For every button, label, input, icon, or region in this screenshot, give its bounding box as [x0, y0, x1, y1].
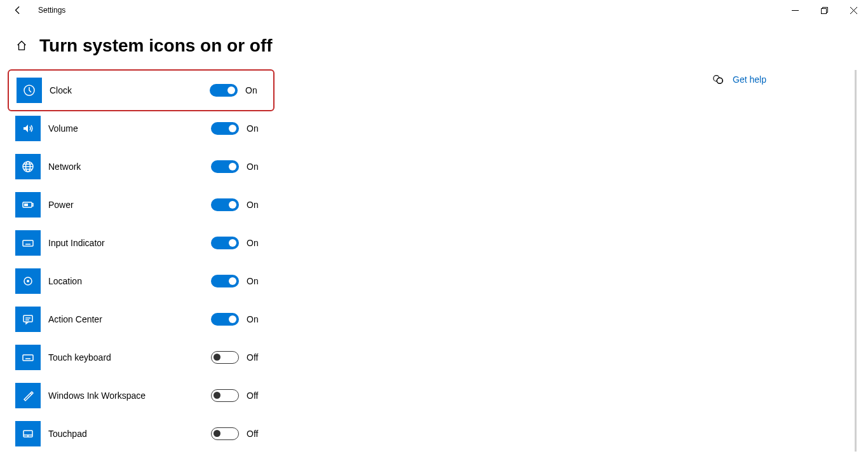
system-icon-label: Clock — [50, 85, 210, 95]
system-icon-label: Network — [48, 162, 211, 172]
system-icon-label: Input Indicator — [48, 238, 211, 248]
toggle-wrap: On — [210, 84, 273, 97]
titlebar: Settings — [0, 0, 868, 20]
location-icon — [15, 268, 41, 294]
system-icon-row: Windows Ink WorkspaceOff — [8, 377, 275, 415]
system-icon-label: Touchpad — [48, 429, 211, 439]
system-icon-label: Action Center — [48, 314, 211, 324]
svg-rect-0 — [821, 8, 826, 13]
system-icon-row: LocationOn — [8, 262, 275, 300]
toggle-switch[interactable] — [211, 313, 239, 326]
toggle-state-label: On — [247, 123, 259, 134]
toggle-state-label: On — [245, 85, 257, 95]
close-icon — [850, 7, 857, 14]
toggle-switch[interactable] — [211, 427, 239, 440]
system-icon-row: TouchpadOff — [8, 415, 275, 453]
toggle-state-label: On — [247, 314, 259, 324]
home-icon — [16, 40, 27, 52]
toggle-switch[interactable] — [210, 84, 238, 97]
toggle-wrap: On — [211, 275, 275, 287]
svg-rect-6 — [23, 240, 33, 246]
toggle-switch[interactable] — [211, 160, 239, 173]
system-icon-row: ClockOn — [8, 69, 275, 111]
toggle-state-label: On — [247, 276, 259, 286]
system-icon-row: Touch keyboardOff — [8, 338, 275, 377]
titlebar-title: Settings — [38, 6, 65, 15]
system-icon-row: NetworkOn — [8, 148, 275, 186]
toggle-wrap: Off — [211, 351, 275, 364]
toggle-state-label: Off — [247, 390, 258, 401]
svg-rect-9 — [24, 315, 32, 322]
help-icon — [712, 74, 724, 85]
ink-icon — [15, 383, 41, 408]
home-button[interactable] — [15, 39, 28, 52]
toggle-wrap: On — [211, 198, 275, 211]
toggle-wrap: On — [211, 237, 275, 249]
svg-point-8 — [27, 280, 29, 282]
power-icon — [15, 192, 41, 218]
action-center-icon — [15, 307, 41, 332]
maximize-button[interactable] — [810, 0, 839, 20]
svg-rect-10 — [23, 355, 33, 361]
toggle-wrap: Off — [211, 389, 275, 402]
toggle-switch[interactable] — [211, 237, 239, 249]
page-header: Turn system icons on or off — [15, 36, 868, 56]
toggle-state-label: On — [247, 238, 259, 248]
toggle-wrap: On — [211, 122, 275, 135]
toggle-switch[interactable] — [211, 198, 239, 211]
system-icon-label: Location — [48, 276, 211, 286]
toggle-switch[interactable] — [211, 275, 239, 287]
minimize-icon — [792, 7, 799, 14]
window-controls — [780, 0, 868, 20]
system-icon-label: Volume — [48, 123, 211, 134]
get-help-link[interactable]: Get help — [733, 74, 766, 85]
svg-rect-5 — [24, 204, 28, 206]
toggle-state-label: On — [247, 200, 259, 210]
toggle-wrap: Off — [211, 427, 275, 440]
keyboard-icon — [15, 230, 41, 256]
toggle-state-label: On — [247, 162, 259, 172]
toggle-wrap: On — [211, 313, 275, 326]
toggle-switch[interactable] — [211, 351, 239, 364]
touchpad-icon — [15, 421, 41, 446]
minimize-button[interactable] — [780, 0, 810, 20]
volume-icon — [15, 116, 41, 141]
system-icon-label: Windows Ink Workspace — [48, 390, 211, 401]
system-icon-list: ClockOnVolumeOnNetworkOnPowerOnInput Ind… — [8, 71, 275, 453]
system-icon-row: VolumeOn — [8, 109, 275, 148]
keyboard-icon — [15, 345, 41, 370]
system-icon-row: Input IndicatorOn — [8, 224, 275, 262]
system-icon-label: Power — [48, 200, 211, 210]
main-area: ClockOnVolumeOnNetworkOnPowerOnInput Ind… — [0, 71, 868, 453]
network-icon — [15, 154, 41, 179]
toggle-switch[interactable] — [211, 122, 239, 135]
scrollbar[interactable] — [855, 70, 857, 452]
back-arrow-icon — [13, 6, 22, 15]
toggle-switch[interactable] — [211, 389, 239, 402]
toggle-wrap: On — [211, 160, 275, 173]
page-title: Turn system icons on or off — [39, 36, 273, 56]
back-button[interactable] — [10, 3, 25, 18]
toggle-state-label: Off — [247, 429, 258, 439]
system-icon-row: Action CenterOn — [8, 300, 275, 338]
help-sidebar: Get help — [712, 74, 766, 85]
maximize-icon — [821, 7, 828, 14]
system-icon-row: PowerOn — [8, 186, 275, 224]
close-button[interactable] — [839, 0, 868, 20]
clock-icon — [17, 78, 42, 103]
toggle-state-label: Off — [247, 352, 258, 363]
system-icon-label: Touch keyboard — [48, 352, 211, 363]
